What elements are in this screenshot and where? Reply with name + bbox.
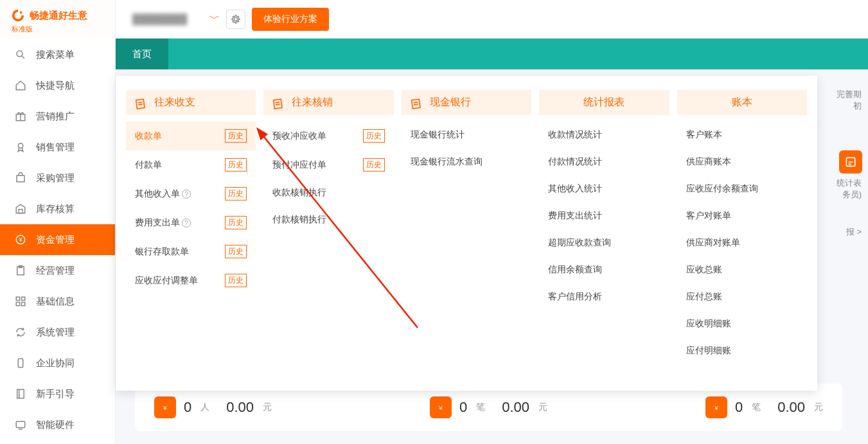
svg-rect-16 (18, 359, 23, 368)
hint-complete-opening[interactable]: 完善期初 (835, 89, 865, 112)
sidebar-item-phone[interactable]: 企业协同 (0, 348, 115, 378)
brand-name: 畅捷通好生意 (30, 10, 87, 22)
flyout-column-header: 往来核销 (263, 90, 393, 115)
menu-item-label: 预付冲应付单 (272, 159, 326, 171)
svg-text:¥: ¥ (19, 237, 22, 243)
menu-item-label: 付款情况统计 (548, 156, 602, 168)
flyout-column-header: 往来收支 (126, 90, 256, 115)
flyout-column-title: 账本 (732, 96, 752, 109)
menu-item[interactable]: 客户对账单 (677, 202, 807, 229)
help-icon[interactable]: ? (182, 218, 191, 227)
menu-item[interactable]: 超期应收款查询 (539, 229, 669, 256)
book-icon (14, 387, 27, 400)
svg-rect-14 (16, 303, 19, 306)
flyout-column-title: 现金银行 (430, 96, 471, 109)
menu-item[interactable]: 应收应付调整单历史 (126, 266, 256, 295)
menu-item[interactable]: 现金银行统计 (402, 121, 531, 148)
menu-item[interactable]: 其他收入单?历史 (126, 179, 256, 208)
search-icon (14, 48, 27, 61)
stats-row: ¥0人0.00元¥0笔0.00元¥0笔0.00元 (135, 384, 842, 431)
sidebar-item-loop[interactable]: 系统管理 (0, 317, 115, 348)
svg-text:¥: ¥ (714, 404, 718, 411)
phone-icon (14, 357, 27, 369)
sidebar-item-label: 搜索菜单 (36, 49, 75, 61)
svg-line-2 (22, 56, 24, 58)
sidebar-item-warehouse[interactable]: 库存核算 (0, 193, 115, 224)
sidebar-item-medal[interactable]: 销售管理 (0, 132, 115, 163)
sidebar-item-home[interactable]: 快捷导航 (0, 70, 115, 101)
sidebar-item-cart[interactable]: 采购管理 (0, 163, 115, 193)
history-tag[interactable]: 历史 (225, 245, 247, 258)
stat-unit: 笔 (476, 402, 485, 413)
menu-item[interactable]: 收款情况统计 (539, 121, 669, 148)
menu-item[interactable]: 其他收入统计 (539, 175, 669, 202)
help-icon[interactable]: ? (182, 190, 191, 199)
history-tag[interactable]: 历史 (363, 158, 385, 172)
menu-item[interactable]: 客户信用分析 (539, 283, 669, 310)
tab-home[interactable]: 首页 (116, 39, 168, 69)
menu-item-label: 其他收入统计 (548, 183, 602, 195)
menu-item[interactable]: 付款核销执行 (263, 206, 393, 233)
org-selector[interactable]: ████████ (126, 10, 203, 28)
flyout-column-header: 现金银行 (402, 90, 531, 115)
menu-item[interactable]: 应付明细账 (677, 337, 807, 364)
sidebar-item-tv[interactable]: 智能硬件 (0, 409, 115, 440)
hint-report-more[interactable]: 报 > (835, 226, 865, 238)
stat-block: ¥0笔0.00元 (430, 396, 547, 418)
sidebar-item-gift[interactable]: 营销推广 (0, 101, 115, 132)
menu-item[interactable]: 应收应付余额查询 (677, 175, 807, 202)
stat-currency: 元 (814, 402, 823, 413)
report-shortcut-icon[interactable] (839, 150, 862, 173)
stat-icon: ¥ (705, 396, 727, 418)
menu-item[interactable]: 现金银行流水查询 (402, 148, 531, 175)
menu-item[interactable]: 供应商对账单 (677, 229, 807, 256)
menu-item[interactable]: 收款单历史 (126, 121, 256, 150)
svg-rect-7 (19, 209, 22, 213)
menu-item-label: 信用余额查询 (548, 264, 602, 276)
sidebar-item-label: 快捷导航 (36, 80, 75, 92)
history-tag[interactable]: 历史 (225, 129, 247, 143)
svg-text:¥: ¥ (438, 404, 443, 411)
svg-rect-12 (16, 297, 19, 300)
menu-item[interactable]: 费用支出统计 (539, 202, 669, 229)
menu-item[interactable]: 预付冲应付单历史 (263, 150, 393, 179)
menu-item[interactable]: 银行存取款单历史 (126, 237, 256, 266)
sidebar-item-clipboard[interactable]: 经营管理 (0, 255, 115, 286)
topbar: ████████ ﹀ 体验行业方案 (116, 0, 868, 39)
stat-count: 0 (459, 399, 467, 416)
stat-currency: 元 (263, 402, 272, 413)
history-tag[interactable]: 历史 (225, 187, 247, 200)
menu-item[interactable]: 供应商账本 (677, 148, 807, 175)
industry-plan-button[interactable]: 体验行业方案 (252, 8, 329, 31)
chevron-down-icon[interactable]: ﹀ (209, 12, 220, 26)
flyout-column-title: 往来收支 (154, 96, 195, 109)
menu-item[interactable]: 应付总账 (677, 283, 807, 310)
stat-unit: 人 (200, 402, 209, 413)
settings-button[interactable] (226, 10, 245, 29)
stat-block: ¥0笔0.00元 (705, 396, 823, 418)
history-tag[interactable]: 历史 (225, 216, 247, 229)
menu-item[interactable]: 应收总账 (677, 256, 807, 283)
menu-item[interactable]: 付款单历史 (126, 150, 256, 179)
tab-bar: 首页 (116, 39, 868, 69)
menu-item[interactable]: 收款核销执行 (263, 179, 393, 206)
money-icon: ¥ (14, 233, 27, 246)
menu-item-label: 客户信用分析 (548, 291, 602, 303)
sidebar-item-money[interactable]: ¥资金管理 (0, 224, 115, 255)
stat-currency: 元 (538, 402, 547, 413)
sidebar-item-search[interactable]: 搜索菜单 (0, 39, 115, 70)
menu-item-label: 供应商账本 (686, 156, 731, 168)
menu-item-label: 客户对账单 (686, 210, 731, 222)
sidebar-item-book[interactable]: 新手引导 (0, 378, 115, 409)
menu-item[interactable]: 应收明细账 (677, 310, 807, 337)
menu-item[interactable]: 费用支出单?历史 (126, 208, 256, 237)
menu-item[interactable]: 预收冲应收单历史 (263, 121, 393, 150)
history-tag[interactable]: 历史 (225, 274, 247, 287)
history-tag[interactable]: 历史 (363, 129, 385, 143)
history-tag[interactable]: 历史 (225, 158, 247, 172)
cart-icon (14, 172, 27, 184)
sidebar-item-grid[interactable]: 基础信息 (0, 286, 115, 317)
menu-item[interactable]: 付款情况统计 (539, 148, 669, 175)
menu-item[interactable]: 信用余额查询 (539, 256, 669, 283)
menu-item[interactable]: 客户账本 (677, 121, 807, 148)
